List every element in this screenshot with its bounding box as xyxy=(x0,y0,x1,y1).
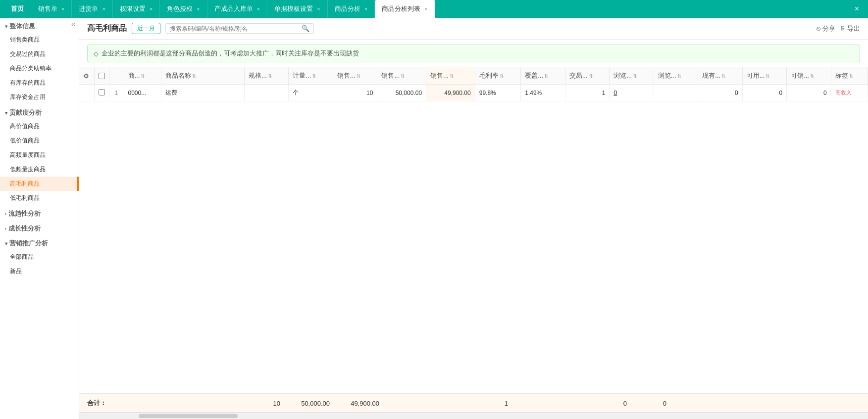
nav-item-roles[interactable]: 角色授权 × xyxy=(160,0,207,18)
browse1-link[interactable]: 0 xyxy=(613,89,617,96)
sidebar-item-low-value[interactable]: 低价值商品 xyxy=(0,134,79,148)
sort-margin-rate-icon[interactable]: ⇅ xyxy=(500,73,504,79)
sidebar-item-all-goods[interactable]: 全部商品 xyxy=(0,250,79,264)
col-sales-amount: 销售... ⇅ xyxy=(377,67,426,85)
sidebar-item-traded-goods[interactable]: 交易过的商品 xyxy=(0,47,79,61)
sort-coverage-icon[interactable]: ⇅ xyxy=(544,73,548,79)
sort-sales-amount-icon[interactable]: ⇅ xyxy=(401,73,405,79)
sort-current-stock-icon[interactable]: ⇅ xyxy=(721,73,725,79)
sidebar-group-marketing[interactable]: ▾ 营销推广分析 xyxy=(0,235,79,250)
sort-spec-icon[interactable]: ⇅ xyxy=(268,73,272,79)
sort-available-icon[interactable]: ⇅ xyxy=(766,73,769,79)
row-sales-cost-cell: 49,900.00 xyxy=(426,85,475,101)
sort-sales-cost-icon[interactable]: ⇅ xyxy=(450,73,454,79)
trend-arrow-icon: › xyxy=(5,211,6,217)
close-permissions-tab[interactable]: × xyxy=(150,6,153,12)
nav-item-analysis[interactable]: 商品分析 × xyxy=(328,0,375,18)
col-available: 可用... ⇅ xyxy=(742,67,786,85)
filter-period-button[interactable]: 近一月 xyxy=(132,23,160,34)
sidebar-item-new-goods[interactable]: 新品 xyxy=(0,264,79,279)
sort-tag-icon[interactable]: ⇅ xyxy=(849,73,853,79)
sort-browse1-icon[interactable]: ⇅ xyxy=(633,73,637,79)
footer-sellable: 0 xyxy=(627,400,666,407)
nav-item-sales[interactable]: 销售单 × xyxy=(31,0,72,18)
close-purchase-tab[interactable]: × xyxy=(102,6,105,12)
share-icon: ⎋ xyxy=(817,25,820,32)
close-roles-tab[interactable]: × xyxy=(197,6,200,12)
close-analysis-list-tab[interactable]: × xyxy=(424,6,427,12)
close-all-button[interactable]: × xyxy=(850,4,864,13)
data-table: ⚙ 商... ⇅ xyxy=(79,67,868,101)
row-checkbox[interactable] xyxy=(99,89,105,95)
col-coverage: 覆盖... ⇅ xyxy=(521,67,565,85)
info-text: 企业的主要的利润都是这部分商品创造的，可考虑加大推广，同时关注库存是不要出现缺货 xyxy=(102,49,359,58)
footer-sales-amount: 50,000.00 xyxy=(280,400,330,407)
search-input[interactable] xyxy=(170,25,299,32)
sidebar-item-sales-goods[interactable]: 销售类商品 xyxy=(0,33,79,47)
col-sales-cost: 销售... ⇅ xyxy=(426,67,475,85)
search-icon[interactable]: 🔍 xyxy=(302,25,309,32)
col-margin-rate: 毛利率 ⇅ xyxy=(475,67,521,85)
sidebar-item-inventory-goods[interactable]: 有库存的商品 xyxy=(0,76,79,90)
row-spec-cell xyxy=(244,85,288,101)
row-num-cell: 1 xyxy=(109,85,124,101)
sort-code-icon[interactable]: ⇅ xyxy=(141,73,145,79)
horizontal-scrollbar[interactable] xyxy=(79,412,868,419)
sidebar-group-overall[interactable]: ▾ 整体信息 xyxy=(0,18,79,33)
tag-label: 高收入 xyxy=(835,90,852,95)
sidebar-group-trend[interactable]: › 流趋性分析 xyxy=(0,205,79,220)
sort-trade-times-icon[interactable]: ⇅ xyxy=(589,73,593,79)
col-unit: 计量... ⇅ xyxy=(289,67,333,85)
sidebar-item-high-freq[interactable]: 高频量度商品 xyxy=(0,148,79,162)
col-name: 商品名称 ⇅ xyxy=(161,67,244,85)
row-checkbox-cell xyxy=(94,85,109,101)
close-sales-tab[interactable]: × xyxy=(61,6,64,12)
sidebar-item-high-margin[interactable]: 高毛利商品 xyxy=(0,177,79,191)
nav-item-analysis-list[interactable]: 商品分析列表 × xyxy=(375,0,435,18)
growth-arrow-icon: › xyxy=(5,226,6,232)
nav-item-product-entry[interactable]: 产成品入库单 × xyxy=(207,0,267,18)
sidebar-collapse-button[interactable]: « xyxy=(71,20,76,29)
nav-item-home[interactable]: 首页 xyxy=(4,0,31,18)
row-tag-cell: 高收入 xyxy=(831,85,868,101)
close-analysis-tab[interactable]: × xyxy=(364,6,367,12)
marketing-arrow-icon: ▾ xyxy=(5,241,7,246)
sort-browse2-icon[interactable]: ⇅ xyxy=(677,73,681,79)
close-template-tab[interactable]: × xyxy=(317,6,320,12)
sort-unit-icon[interactable]: ⇅ xyxy=(312,73,316,79)
nav-item-template[interactable]: 单据模板设置 × xyxy=(267,0,327,18)
sort-sellable-icon[interactable]: ⇅ xyxy=(810,73,814,79)
sidebar-item-low-freq[interactable]: 低频量度商品 xyxy=(0,162,79,177)
col-sellable: 可销... ⇅ xyxy=(787,67,831,85)
row-current-stock-cell: 0 xyxy=(698,85,742,101)
col-num xyxy=(109,67,124,85)
close-product-entry-tab[interactable]: × xyxy=(257,6,260,12)
col-tag: 标签 ⇅ xyxy=(831,67,868,85)
nav-item-purchase[interactable]: 进货单 × xyxy=(72,0,112,18)
sidebar-item-low-margin[interactable]: 低毛利商品 xyxy=(0,191,79,205)
col-code: 商... ⇅ xyxy=(124,67,161,85)
sort-sales-qty-icon[interactable]: ⇅ xyxy=(357,73,360,79)
sidebar-item-inventory-ratio[interactable]: 库存资金占用 xyxy=(0,90,79,104)
main-layout: « ▾ 整体信息 销售类商品 交易过的商品 商品分类助销率 有库存的商品 库存资… xyxy=(0,18,868,419)
footer-sales-cost: 49,900.00 xyxy=(330,400,379,407)
footer-label: 合计： xyxy=(87,399,127,408)
sidebar-item-analysis-rate[interactable]: 商品分类助销率 xyxy=(0,61,79,76)
header-actions: ⎋ 分享 ⎘ 导出 xyxy=(817,24,860,33)
sidebar-group-profit[interactable]: ▾ 贡献度分析 xyxy=(0,104,79,119)
settings-icon[interactable]: ⚙ xyxy=(83,72,89,80)
sidebar-group-growth[interactable]: › 成长性分析 xyxy=(0,220,79,235)
scrollbar-thumb[interactable] xyxy=(139,414,238,418)
select-all-checkbox[interactable] xyxy=(99,73,105,79)
table-header-row: ⚙ 商... ⇅ xyxy=(79,67,868,85)
profit-arrow-icon: ▾ xyxy=(5,110,7,116)
sidebar: « ▾ 整体信息 销售类商品 交易过的商品 商品分类助销率 有库存的商品 库存资… xyxy=(0,18,79,419)
sort-name-icon[interactable]: ⇅ xyxy=(192,73,196,79)
export-button[interactable]: ⎘ 导出 xyxy=(841,24,860,33)
row-browse2-cell xyxy=(654,85,698,101)
row-unit-cell: 个 xyxy=(289,85,333,101)
sidebar-item-high-value[interactable]: 高价值商品 xyxy=(0,119,79,134)
footer-trade-times: 1 xyxy=(468,400,508,407)
share-button[interactable]: ⎋ 分享 xyxy=(817,24,835,33)
nav-item-permissions[interactable]: 权限设置 × xyxy=(113,0,160,18)
